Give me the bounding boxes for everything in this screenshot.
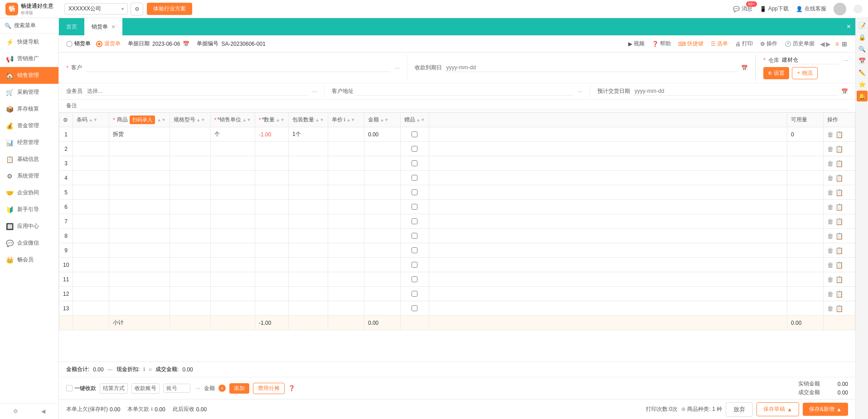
cell-barcode-12[interactable] xyxy=(73,287,109,301)
cell-product-3[interactable] xyxy=(109,156,170,171)
help-btn[interactable]: ❓ 帮助 xyxy=(650,39,673,48)
cell-product-4[interactable] xyxy=(109,171,170,185)
sidebar-item-member[interactable]: 👑 畅会员 xyxy=(0,251,58,268)
cell-qty-13[interactable] xyxy=(255,301,288,316)
sidebar-item-finance[interactable]: 💰 资金管理 xyxy=(0,117,58,134)
prev-arrow[interactable]: ◀ xyxy=(820,40,825,48)
tab-sales-order[interactable]: 销货单 × xyxy=(84,18,122,35)
cell-barcode-4[interactable] xyxy=(73,171,109,185)
gift-checkbox-12[interactable] xyxy=(412,291,417,297)
cell-pack-8[interactable] xyxy=(289,229,328,243)
cell-pack-11[interactable] xyxy=(289,272,328,287)
doc-date-value[interactable]: 2023-06-06 xyxy=(152,41,180,47)
cell-gift-11[interactable] xyxy=(400,272,429,287)
cell-spec-1[interactable] xyxy=(170,127,210,142)
payment-date-input[interactable] xyxy=(445,63,739,72)
cell-spec-9[interactable] xyxy=(170,243,210,258)
th-settings[interactable]: ⚙ xyxy=(59,113,73,127)
cell-amount-3[interactable] xyxy=(364,156,400,171)
cell-qty-9[interactable] xyxy=(255,243,288,258)
cell-barcode-13[interactable] xyxy=(73,301,109,316)
cell-amount-9[interactable] xyxy=(364,243,400,258)
delete-row-2[interactable]: 🗑 xyxy=(827,145,834,153)
rp-pen-icon[interactable]: ✏️ xyxy=(857,67,868,78)
gift-checkbox-7[interactable] xyxy=(412,218,417,224)
sidebar-collapse-icon[interactable]: ◀ xyxy=(41,408,45,414)
cell-product-11[interactable] xyxy=(109,272,170,287)
sort-spec[interactable]: ▲▼ xyxy=(196,118,205,122)
sidebar-item-wechat[interactable]: 💬 企业微信 xyxy=(0,235,58,251)
radio-sale-order[interactable]: 销货单 xyxy=(66,40,91,48)
message-icon-item[interactable]: 💬 消息 99+ xyxy=(733,5,752,13)
cell-spec-2[interactable] xyxy=(170,142,210,156)
gift-checkbox-1[interactable] xyxy=(412,131,417,137)
trial-button[interactable]: 体验行业方案 xyxy=(147,3,192,15)
sidebar-item-system[interactable]: ⚙ 系统管理 xyxy=(0,168,58,184)
total-debt-info-icon[interactable]: ℹ xyxy=(151,406,153,412)
cell-price-5[interactable] xyxy=(328,185,364,200)
company-selector[interactable]: XXXXXX公司 ▾ xyxy=(64,3,128,14)
cell-unit-12[interactable] xyxy=(210,287,255,301)
expense-help-icon[interactable]: ❓ xyxy=(288,385,295,391)
cell-barcode-8[interactable] xyxy=(73,229,109,243)
rp-calendar-icon[interactable]: 📅 xyxy=(857,55,868,66)
add-amount-icon[interactable]: + xyxy=(218,385,226,392)
cell-product-6[interactable] xyxy=(109,200,170,214)
gift-checkbox-5[interactable] xyxy=(412,189,417,195)
cell-barcode-11[interactable] xyxy=(73,272,109,287)
cell-unit-6[interactable] xyxy=(210,200,255,214)
copy-row-11[interactable]: 📋 xyxy=(835,276,843,283)
sort-gift[interactable]: ▲▼ xyxy=(416,118,425,122)
rp-lock-icon[interactable]: 🔒 xyxy=(857,32,868,43)
user-menu-icon[interactable] xyxy=(853,5,863,14)
cell-price-11[interactable] xyxy=(328,272,364,287)
sidebar-search[interactable]: 🔍 搜索菜单 xyxy=(0,18,58,34)
cell-unit-13[interactable] xyxy=(210,301,255,316)
gift-checkbox-4[interactable] xyxy=(412,175,417,181)
cell-qty-5[interactable] xyxy=(255,185,288,200)
sidebar-settings-icon[interactable]: ⚙ xyxy=(13,408,18,414)
history-btn[interactable]: 🕐 历史单据 xyxy=(783,39,816,48)
cell-price-6[interactable] xyxy=(328,200,364,214)
cell-pack-5[interactable] xyxy=(289,185,328,200)
discard-button[interactable]: 放弃 xyxy=(726,402,753,417)
cell-amount-2[interactable] xyxy=(364,142,400,156)
gift-checkbox-10[interactable] xyxy=(412,262,417,268)
sidebar-item-guide[interactable]: 🔰 新手引导 xyxy=(0,201,58,218)
delete-row-12[interactable]: 🗑 xyxy=(827,290,834,298)
cell-pack-4[interactable] xyxy=(289,171,328,185)
cell-amount-7[interactable] xyxy=(364,214,400,229)
cell-price-3[interactable] xyxy=(328,156,364,171)
cell-unit-7[interactable] xyxy=(210,214,255,229)
cell-amount-12[interactable] xyxy=(364,287,400,301)
salesperson-input[interactable] xyxy=(85,87,308,96)
print-btn[interactable]: 🖨 打印 xyxy=(733,39,755,48)
cell-barcode-2[interactable] xyxy=(73,142,109,156)
price-info-icon[interactable]: ℹ xyxy=(344,117,345,123)
cell-price-4[interactable] xyxy=(328,171,364,185)
gift-checkbox-9[interactable] xyxy=(412,247,417,253)
copy-row-8[interactable]: 📋 xyxy=(835,232,843,240)
cell-gift-2[interactable] xyxy=(400,142,429,156)
warehouse-value[interactable]: 建材仓 xyxy=(782,56,839,64)
cell-qty-3[interactable] xyxy=(255,156,288,171)
gear-button[interactable]: ⚙ xyxy=(131,3,143,15)
cell-unit-4[interactable] xyxy=(210,171,255,185)
cell-amount-1[interactable]: 0.00 xyxy=(364,127,400,142)
gift-checkbox-8[interactable] xyxy=(412,233,417,239)
cell-barcode-10[interactable] xyxy=(73,258,109,272)
radio-return-order[interactable]: 退货单 xyxy=(96,40,121,48)
cell-qty-6[interactable] xyxy=(255,200,288,214)
copy-row-9[interactable]: 📋 xyxy=(835,247,843,254)
warehouse-dots-icon[interactable]: ··· xyxy=(844,57,848,63)
cell-gift-10[interactable] xyxy=(400,258,429,272)
account-number-input[interactable] xyxy=(163,384,190,393)
cell-gift-5[interactable] xyxy=(400,185,429,200)
select-order-btn[interactable]: ☰ 选单 xyxy=(709,39,730,48)
gift-checkbox-13[interactable] xyxy=(412,305,417,311)
cell-spec-6[interactable] xyxy=(170,200,210,214)
cell-amount-13[interactable] xyxy=(364,301,400,316)
cell-barcode-7[interactable] xyxy=(73,214,109,229)
sort-unit[interactable]: ▲▼ xyxy=(242,118,251,122)
cell-spec-7[interactable] xyxy=(170,214,210,229)
